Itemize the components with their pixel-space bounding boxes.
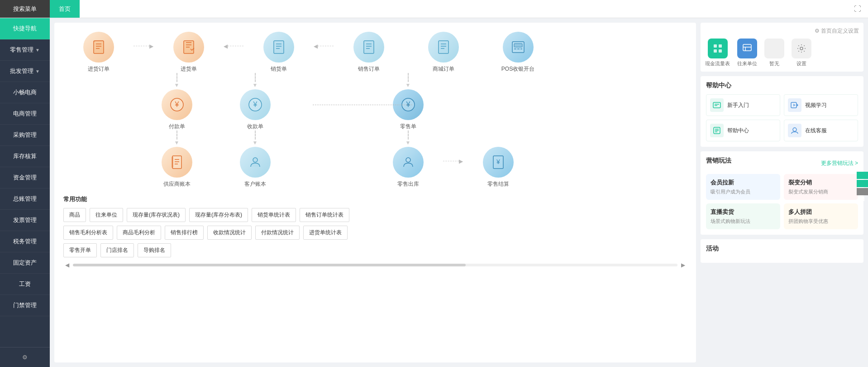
flow-node-purchase[interactable]: 进货单 [153, 32, 224, 73]
mall-order-icon [428, 32, 459, 63]
cf-btn-stock2[interactable]: 现存量(库存分布表) [189, 208, 248, 222]
homepage-settings-button[interactable]: ⚙ 首页自定义设置 [815, 27, 859, 35]
cf-row-3: 零售开单 门店排名 导购排名 [63, 243, 687, 257]
scroll-track[interactable] [73, 264, 677, 266]
marketing-item-group[interactable]: 多人拼团 拼团购物享受优惠 [784, 203, 858, 229]
spacer [134, 73, 142, 88]
cf-btn-stock1[interactable]: 现存量(库存状况表) [127, 208, 186, 222]
expand-icon[interactable]: ⛶ [852, 3, 863, 15]
sidebar-item-purchase[interactable]: 采购管理 [0, 125, 50, 146]
flow-node-purchase-order[interactable]: 进货订单 [63, 32, 134, 73]
flow-node-receipt[interactable]: ¥ 收款单 [220, 89, 290, 130]
customer-service-button[interactable]: 客服热线 [857, 172, 868, 179]
cf-row-2: 销售毛利分析表 商品毛利分析 销售排行榜 收款情况统计 付款情况统计 进货单统计… [63, 226, 687, 240]
cf-btn-goods[interactable]: 商品 [63, 208, 86, 222]
cf-btn-retail-order[interactable]: 零售开单 [63, 243, 97, 257]
flow-node-mall-order[interactable]: 商城订单 [408, 32, 478, 73]
sales-order-icon [353, 32, 384, 63]
help-center-title: 帮助中心 [706, 82, 858, 90]
flow-node-customer-ledger[interactable]: 客户账本 [220, 147, 290, 188]
sidebar-item-label: 批发管理 [10, 67, 33, 75]
arrow-left-icon: ◀ [314, 43, 318, 49]
community-button[interactable]: 服务社区 [857, 180, 868, 187]
sidebar: 快捷导航 零售管理 ▼ 批发管理 ▼ 小畅电商 电商管理 采购管理 库存核算 [0, 18, 50, 367]
arrow-down-icon: ▼ [253, 140, 258, 146]
arrow-right-icon: ▶ [149, 43, 153, 49]
cf-btn-goods-profit[interactable]: 商品毛利分析 [117, 226, 161, 240]
help-item-video[interactable]: 视频学习 [784, 94, 858, 116]
sidebar-item-wholesale[interactable]: 批发管理 ▼ [0, 61, 50, 82]
sidebar-item-payroll[interactable]: 工资 [0, 274, 50, 295]
sidebar-item-access[interactable]: 门禁管理 [0, 295, 50, 316]
sidebar-item-label: 采购管理 [13, 131, 37, 139]
sidebar-item-ecommerce-mini[interactable]: 小畅电商 [0, 82, 50, 103]
arrow-down-icon: ▼ [253, 82, 258, 88]
cf-btn-partners[interactable]: 往来单位 [90, 208, 123, 222]
cf-btn-guide-rank[interactable]: 导购排名 [138, 243, 171, 257]
quick-access-settings[interactable]: 设置 [792, 39, 811, 67]
sidebar-item-label: 零售管理 [10, 46, 33, 54]
more-marketing-link[interactable]: 更多营销玩法 > [821, 159, 858, 167]
flow-node-sales-order[interactable]: 销售订单 [334, 32, 404, 73]
live-title: 直播卖货 [711, 208, 776, 216]
marketing-header: 营销玩法 更多营销玩法 > [706, 157, 858, 169]
v-arrows-row2: ▼ ▼ ▼ [63, 130, 687, 146]
marketing-item-fission[interactable]: 裂变分销 裂变式发展分销商 [784, 174, 858, 200]
sidebar-item-inventory[interactable]: 库存核算 [0, 146, 50, 167]
common-functions-section: 常用功能 商品 往来单位 现存量(库存状况表) 现存量(库存分布表) 销货单统计… [63, 195, 687, 257]
v-arrow-receipt: ▼ [220, 130, 290, 146]
tab-home[interactable]: 首页 [50, 0, 80, 18]
flow-node-payment[interactable]: ¥ 付款单 [142, 89, 212, 130]
flow-node-pos[interactable]: POS收银开台 [483, 32, 553, 73]
help-online-label: 在线客服 [805, 127, 827, 135]
sidebar-item-retail[interactable]: 零售管理 ▼ [0, 39, 50, 61]
member-title: 会员拉新 [711, 179, 776, 187]
desktop-shortcut-button[interactable]: 桌面快捷 [857, 188, 868, 195]
spacer [212, 130, 220, 146]
svg-rect-52 [714, 49, 717, 53]
cf-btn-sales-order-stat[interactable]: 销售订单统计表 [300, 208, 349, 222]
spacer [63, 73, 134, 88]
sidebar-item-ledger[interactable]: 总账管理 [0, 188, 50, 210]
online-service-icon [788, 124, 801, 137]
sidebar-item-tax[interactable]: 税务管理 [0, 231, 50, 252]
v-arrow-mall: ▼ [373, 73, 443, 88]
cf-btn-purchase-stat[interactable]: 进货单统计表 [303, 226, 348, 240]
marketing-item-member[interactable]: 会员拉新 吸引用户成为会员 [706, 174, 780, 200]
cf-btn-receipt-stat[interactable]: 收款情况统计 [207, 226, 252, 240]
sidebar-item-finance[interactable]: 资金管理 [0, 167, 50, 188]
spacer [368, 130, 373, 146]
flow-node-sales[interactable]: 销货单 [243, 32, 314, 73]
scroll-left-button[interactable]: ◀ [63, 261, 71, 269]
marketing-item-live[interactable]: 直播卖货 场景式购物新玩法 [706, 203, 780, 229]
member-desc: 吸引用户成为会员 [711, 188, 776, 195]
right-panel: ⚙ 首页自定义设置 现 [701, 23, 863, 362]
cf-btn-sales-profit[interactable]: 销售毛利分析表 [63, 226, 113, 240]
arrow-down-icon: ▼ [174, 140, 180, 146]
help-item-center[interactable]: 帮助中心 [706, 120, 780, 141]
sidebar-item-invoice[interactable]: 发票管理 [0, 210, 50, 231]
flow-node-retail-out[interactable]: 零售出库 [373, 147, 443, 188]
scroll-right-button[interactable]: ▶ [679, 261, 687, 269]
sidebar-item-assets[interactable]: 固定资产 [0, 252, 50, 274]
sidebar-settings-icon[interactable]: ⚙ [0, 347, 50, 367]
sidebar-item-quick-nav[interactable]: 快捷导航 [0, 18, 50, 39]
purchase-label: 进货单 [181, 65, 197, 73]
cf-btn-sales-rank[interactable]: 销售排行榜 [165, 226, 204, 240]
marketing-grid: 会员拉新 吸引用户成为会员 裂变分销 裂变式发展分销商 直播卖货 场景式购物新玩… [706, 174, 858, 229]
help-item-beginner[interactable]: 新手入门 [706, 94, 780, 116]
flow-node-retail-settle[interactable]: ¥ 零售结算 [463, 147, 533, 188]
cf-btn-payment-stat[interactable]: 付款情况统计 [255, 226, 300, 240]
flow-row-3: 供应商账本 [63, 147, 687, 188]
quick-access-none[interactable]: 暂无 [764, 39, 784, 67]
quick-access-partners[interactable]: 往来单位 [737, 39, 757, 67]
cf-btn-store-rank[interactable]: 门店排名 [100, 243, 134, 257]
quick-access-cashflow[interactable]: 现金流量表 [705, 39, 730, 67]
help-item-online[interactable]: 在线客服 [784, 120, 858, 141]
app-container: 搜索菜单 首页 ⛶ 快捷导航 零售管理 ▼ 批发管理 ▼ 小畅电商 电商管理 [0, 0, 868, 367]
flow-node-supplier-ledger[interactable]: 供应商账本 [142, 147, 212, 188]
cf-btn-sales-stat[interactable]: 销货单统计表 [252, 208, 296, 222]
sidebar-item-ecommerce[interactable]: 电商管理 [0, 103, 50, 125]
flow-node-retail[interactable]: ¥ 零售单 [373, 89, 443, 130]
search-menu-button[interactable]: 搜索菜单 [0, 0, 50, 18]
